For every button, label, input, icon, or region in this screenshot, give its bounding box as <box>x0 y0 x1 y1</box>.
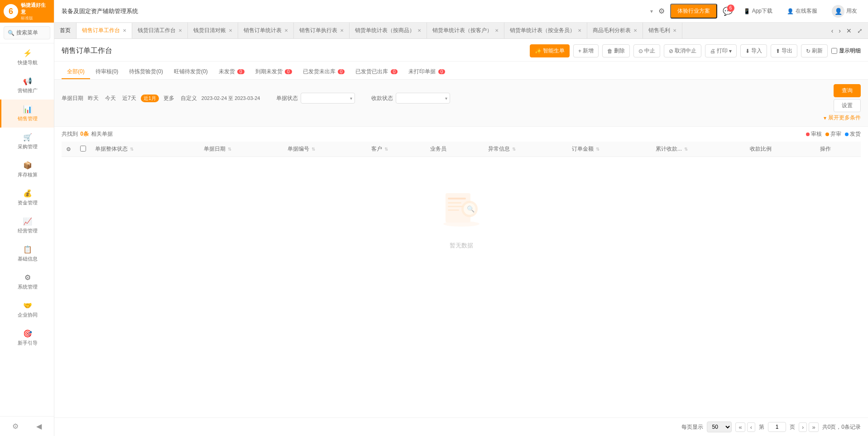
delete-button[interactable]: 🗑 删除 <box>602 44 630 57</box>
sidebar-item-operations[interactable]: 📈 经营管理 <box>0 212 54 240</box>
sort-date-icon[interactable]: ⇅ <box>228 147 231 152</box>
horizontal-scrollbar[interactable] <box>62 414 861 417</box>
page-size-select[interactable]: 20 50 100 <box>707 422 732 432</box>
sort-number-icon[interactable]: ⇅ <box>312 147 315 152</box>
sort-collected-icon[interactable]: ⇅ <box>684 147 688 152</box>
expand-filter-button[interactable]: ▾ 展开更多条件 <box>824 114 861 122</box>
tab-product-margin[interactable]: 商品毛利分析表 ✕ <box>587 23 643 38</box>
tab-cash-daily[interactable]: 钱货日清工作台 ✕ <box>132 23 188 38</box>
app-download-button[interactable]: 📱 App下载 <box>740 5 776 17</box>
refresh-button[interactable]: ↻ 刷新 <box>801 44 828 57</box>
sidebar-collapse-button[interactable]: ◀ <box>34 420 43 432</box>
tabs-restore-button[interactable]: ⤢ <box>855 26 864 35</box>
tab-sales-stat-customer[interactable]: 销货单统计表（按客户） ✕ <box>427 23 504 38</box>
sub-tab-wangpu-pending[interactable]: 旺铺待发货(0) <box>168 65 213 79</box>
cancel-review-action-btn[interactable]: 弃审 <box>825 130 841 138</box>
sidebar-item-sales[interactable]: 📊 销售管理 <box>0 100 54 128</box>
sidebar-item-enterprise[interactable]: 🤝 企业协同 <box>0 296 54 324</box>
show-detail-checkbox[interactable] <box>831 48 837 54</box>
select-all-checkbox[interactable] <box>80 146 86 152</box>
sub-tab-overdue-unshipped[interactable]: 到期未发货 0 <box>250 65 297 79</box>
sidebar-item-guide[interactable]: 🎯 新手引导 <box>0 324 54 352</box>
last-page-button[interactable]: » <box>809 422 818 432</box>
import-button[interactable]: ⬇ 导入 <box>740 44 767 57</box>
th-abnormal: 异常信息 ⇅ <box>484 142 567 157</box>
tabs-close-all-button[interactable]: ✕ <box>844 26 854 35</box>
query-button[interactable]: 查询 <box>834 84 861 97</box>
ship-action-btn[interactable]: 发货 <box>845 130 861 138</box>
user-menu-button[interactable]: 👤 用友 <box>828 3 861 19</box>
sub-tab-all[interactable]: 全部(0) <box>62 65 90 79</box>
prev-page-button[interactable]: ‹ <box>747 422 755 432</box>
tab-close-sales-stat-product[interactable]: ✕ <box>417 28 421 33</box>
sidebar-item-basic-info[interactable]: 📋 基础信息 <box>0 240 54 268</box>
print-button[interactable]: 🖨 打印 ▾ <box>705 44 737 57</box>
sidebar-settings-button[interactable]: ⚙ <box>10 420 20 432</box>
cancel-pause-btn-label: 取消中止 <box>675 47 696 55</box>
pause-button[interactable]: ⊙ 中止 <box>633 44 660 57</box>
filter-payment-select[interactable] <box>396 93 450 104</box>
tab-sales-exec[interactable]: 销售订单执行表 ✕ <box>294 23 350 38</box>
cancel-pause-button[interactable]: ⊘ 取消中止 <box>664 44 701 57</box>
next-page-button[interactable]: › <box>799 422 807 432</box>
sidebar-item-inventory[interactable]: 📦 库存核算 <box>0 156 54 184</box>
sub-tab-shipped-out[interactable]: 已发货已出库 0 <box>350 65 403 79</box>
export-button[interactable]: ⬆ 导出 <box>771 44 797 57</box>
filter-status-select[interactable] <box>301 93 355 104</box>
tab-sales-stat[interactable]: 销售订单统计表 ✕ <box>238 23 294 38</box>
add-button[interactable]: + 新增 <box>573 44 599 57</box>
table-header-row: ⚙ 单据整体状态 ⇅ 单据日期 ⇅ <box>62 142 861 157</box>
page-number-input[interactable] <box>768 422 786 432</box>
date-opt-7days[interactable]: 近7天 <box>120 94 138 103</box>
online-service-button[interactable]: 👤 在线客服 <box>783 5 821 17</box>
sort-status-icon[interactable]: ⇅ <box>130 147 134 152</box>
tab-sales-stat-product[interactable]: 销货单统计表（按商品） ✕ <box>350 23 427 38</box>
date-opt-more[interactable]: 更多 <box>162 94 176 103</box>
header-settings-icon[interactable]: ⚙ <box>658 7 665 15</box>
sidebar-item-purchase[interactable]: 🛒 采购管理 <box>0 128 54 156</box>
tabs-next-button[interactable]: › <box>837 26 843 35</box>
sidebar-item-system[interactable]: ⚙ 系统管理 <box>0 268 54 296</box>
tab-close-cash-daily[interactable]: ✕ <box>178 28 182 33</box>
sub-tab-not-shipped[interactable]: 未发货 0 <box>213 65 250 79</box>
date-opt-yesterday[interactable]: 昨天 <box>86 94 101 103</box>
tab-cash-reconcile[interactable]: 钱货日清对账 ✕ <box>188 23 238 38</box>
sidebar-item-quick-nav[interactable]: ⚡ 快捷导航 <box>0 43 54 71</box>
date-opt-custom[interactable]: 自定义 <box>179 94 199 103</box>
sort-amount-icon[interactable]: ⇅ <box>596 147 599 152</box>
first-page-button[interactable]: « <box>735 422 745 432</box>
sidebar-item-marketing[interactable]: 📢 营销推广 <box>0 71 54 100</box>
sub-tab-pending-review[interactable]: 待审核(0) <box>90 65 124 79</box>
tabs-prev-button[interactable]: ‹ <box>830 26 835 35</box>
tab-close-sales-stat-customer[interactable]: ✕ <box>495 28 499 33</box>
date-opt-1month[interactable]: 近1月 <box>141 95 159 102</box>
search-menu-button[interactable]: 🔍 搜索菜单 <box>4 26 50 39</box>
tab-close-sales-exec[interactable]: ✕ <box>340 28 344 33</box>
sidebar-item-finance[interactable]: 💰 资金管理 <box>0 184 54 212</box>
th-staff: 业务员 <box>426 142 483 157</box>
tab-sales-profit[interactable]: 销售毛利 ✕ <box>643 23 682 38</box>
experience-button[interactable]: 体验行业方案 <box>670 4 717 19</box>
tab-sales-stat-staff[interactable]: 销货单统计表（按业务员） ✕ <box>504 23 587 38</box>
filter-settings-button[interactable]: 设置 <box>834 99 861 112</box>
sort-customer-icon[interactable]: ⇅ <box>384 147 388 152</box>
sub-tab-shipped-not-out[interactable]: 已发货未出库 0 <box>297 65 350 79</box>
tab-home[interactable]: 首页 <box>54 23 77 38</box>
tab-close-sales-workbench[interactable]: ✕ <box>123 28 126 33</box>
tab-close-sales-stat[interactable]: ✕ <box>284 28 288 33</box>
show-detail-label[interactable]: 显示明细 <box>831 47 861 55</box>
sort-abnormal-icon[interactable]: ⇅ <box>512 147 516 152</box>
expand-dropdown-icon[interactable]: ▾ <box>650 8 653 14</box>
date-opt-today[interactable]: 今天 <box>103 94 118 103</box>
tab-close-sales-stat-staff[interactable]: ✕ <box>578 28 581 33</box>
sub-tab-not-printed[interactable]: 未打印单据 0 <box>403 65 451 79</box>
tab-close-cash-reconcile[interactable]: ✕ <box>229 28 232 33</box>
tab-close-sales-profit[interactable]: ✕ <box>673 28 676 33</box>
sub-tab-shipped-not-out-label: 已发货未出库 <box>303 68 336 75</box>
sub-tab-pending-inspect[interactable]: 待拣货验货(0) <box>124 65 168 79</box>
tab-sales-workbench[interactable]: 销售订单工作台 ✕ <box>77 23 132 39</box>
tab-close-product-margin[interactable]: ✕ <box>633 28 637 33</box>
column-settings-icon[interactable]: ⚙ <box>66 146 71 152</box>
smart-generate-button[interactable]: ✨ 智能生单 <box>530 44 570 57</box>
review-action-btn[interactable]: 审核 <box>806 130 822 138</box>
